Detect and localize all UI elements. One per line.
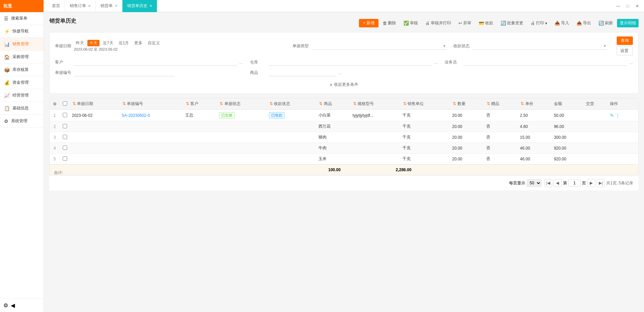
sidebar-item-inventory[interactable]: 📦 库存核算	[0, 63, 44, 76]
sidebar-item-sales[interactable]: 📊 销售管理	[0, 38, 44, 51]
collect-button[interactable]: 💳 收款	[475, 19, 497, 27]
row-docno[interactable]	[120, 143, 183, 154]
display-detail-button[interactable]: 显示明细	[617, 19, 639, 27]
row-checkbox[interactable]	[60, 143, 70, 154]
sort-goods-icon[interactable]: ⇅	[319, 101, 323, 106]
toolbar: + 新增 🗑 删除 ✅ 审核 🖨 审核并打印 ↩ 弃审	[359, 19, 639, 27]
tab-sales-slip[interactable]: 销货单 ✕	[96, 0, 122, 12]
tab-sales-order-close[interactable]: ✕	[88, 4, 91, 8]
review-button[interactable]: ✅ 审核	[400, 19, 421, 27]
sort-collectstatus-icon[interactable]: ⇅	[270, 101, 273, 106]
tab-sales-slip-close[interactable]: ✕	[115, 4, 117, 8]
date-chip-7days[interactable]: 近7天	[101, 40, 115, 46]
print-button[interactable]: 🖨 打印 ▾	[527, 19, 551, 27]
page-first-btn[interactable]: |◀	[544, 179, 552, 187]
page-next-btn[interactable]: ▶	[587, 179, 595, 187]
export-icon: 📤	[577, 21, 582, 26]
page-last-btn[interactable]: ▶|	[597, 179, 605, 187]
sort-customer-icon[interactable]: ⇅	[186, 101, 189, 106]
sidebar-item-ops[interactable]: 📈 经营管理	[0, 89, 44, 102]
tab-minimize-btn[interactable]: —	[615, 3, 622, 9]
filter-warehouse-input[interactable]	[269, 59, 432, 66]
sidebar-item-search[interactable]: ☰ 搜索菜单	[0, 12, 44, 25]
row-docno[interactable]: SA-20230602-0	[120, 110, 183, 121]
row-edit-btn[interactable]: ✎	[610, 113, 614, 118]
batch-change-icon: 🔄	[501, 21, 506, 26]
tab-home[interactable]: 首页	[47, 0, 65, 12]
sidebar-item-label: 库存核算	[12, 67, 29, 73]
new-button[interactable]: + 新增	[359, 19, 379, 27]
row-docno[interactable]	[120, 121, 183, 132]
collapse-sidebar-icon[interactable]: ◀	[11, 302, 15, 309]
row-checkbox[interactable]	[60, 110, 70, 121]
page-number-input[interactable]	[568, 180, 581, 186]
filter-salesperson-item: 业务员 …	[445, 59, 633, 66]
sort-gift-icon[interactable]: ⇅	[487, 101, 490, 106]
table-wrap: ⚙ ⇅ 单据日期 ⇅ 单据编号	[49, 98, 639, 175]
doc-type-chevron-icon[interactable]: ▾	[443, 44, 445, 48]
filter-goods-input[interactable]	[269, 69, 336, 76]
collect-status-chevron-icon[interactable]: ▾	[604, 44, 606, 48]
doc-status-badge: 已生效	[219, 112, 235, 119]
tab-close-btn[interactable]: ✕	[634, 3, 641, 9]
abandon-button[interactable]: ↩ 弃审	[455, 19, 475, 27]
filter-doc-type-select[interactable]: ▾	[311, 43, 446, 50]
date-chip-more[interactable]: 更多	[132, 40, 144, 46]
filter-customer-input[interactable]	[74, 59, 237, 66]
row-checkbox[interactable]	[60, 121, 70, 132]
tab-sales-order[interactable]: 销售订单 ✕	[65, 0, 96, 12]
delete-button[interactable]: 🗑 删除	[379, 19, 399, 27]
date-chip-today[interactable]: 今天	[87, 40, 100, 46]
sort-spec-icon[interactable]: ⇅	[353, 101, 357, 106]
select-all-checkbox[interactable]	[63, 101, 67, 106]
batch-change-button[interactable]: 🔄 批量变更	[497, 19, 527, 27]
query-button[interactable]: 查询	[617, 36, 633, 45]
tab-maximize-btn[interactable]: □	[624, 3, 631, 9]
filter-collect-status-select[interactable]: ▾	[472, 43, 607, 50]
filter-warehouse-dots[interactable]: …	[434, 60, 438, 65]
sort-qty-icon[interactable]: ⇅	[453, 101, 456, 106]
filter-salesperson-input[interactable]	[464, 59, 627, 66]
summary-qty: 100.00	[328, 167, 352, 172]
sidebar-item-system[interactable]: ⚙ 系统管理	[0, 115, 44, 128]
filter-goods-dots[interactable]: …	[338, 71, 342, 75]
sort-unit-icon[interactable]: ⇅	[403, 101, 407, 106]
import-button[interactable]: 📥 导入	[551, 19, 572, 27]
sidebar-item-basic-info[interactable]: 📋 基础信息	[0, 102, 44, 115]
tab-sales-history-close[interactable]: ✕	[149, 4, 152, 8]
per-page-select[interactable]: 50	[527, 179, 541, 187]
date-chip-custom[interactable]: 自定义	[146, 40, 162, 46]
print-chevron-icon: ▾	[545, 21, 547, 26]
tab-sales-history[interactable]: 销货单历史 ✕	[122, 0, 157, 12]
settings-col-icon[interactable]: ⚙	[53, 102, 57, 106]
row-checkbox[interactable]	[60, 132, 70, 143]
sort-docstatus-icon[interactable]: ⇅	[220, 101, 223, 106]
collapse-btn[interactable]: ∧ 收起更多条件	[55, 80, 633, 89]
sort-docno-icon[interactable]: ⇅	[122, 101, 126, 106]
filter-docno-input[interactable]	[74, 69, 175, 76]
row-more-btn[interactable]: ⋮	[615, 113, 620, 118]
filter-collect-status-input[interactable]	[474, 44, 604, 48]
refresh-button[interactable]: 🔃 刷新	[595, 19, 616, 27]
row-checkbox[interactable]	[60, 154, 70, 164]
export-button[interactable]: 📤 导出	[573, 19, 594, 27]
filter-salesperson-dots[interactable]: …	[629, 60, 633, 65]
sidebar-item-finance[interactable]: 💰 资金管理	[0, 76, 44, 89]
row-docno[interactable]	[120, 132, 183, 143]
sidebar-item-quick-nav[interactable]: ⚡ 快捷导航	[0, 25, 44, 38]
row-date	[70, 132, 120, 143]
sidebar-bottom: ⚙ ◀	[0, 298, 44, 312]
settings-bottom-icon[interactable]: ⚙	[3, 302, 8, 309]
row-docno[interactable]	[120, 154, 183, 164]
page-prev-btn[interactable]: ◀	[554, 179, 562, 187]
date-chip-1month[interactable]: 近1月	[117, 40, 131, 46]
review-print-button[interactable]: 🖨 审核并打印	[422, 19, 454, 27]
sidebar-item-purchase[interactable]: 🏠 采购管理	[0, 51, 44, 63]
settings-button[interactable]: 设置	[617, 46, 633, 55]
filter-doc-type-input[interactable]	[313, 44, 443, 48]
row-price: 4.80	[518, 121, 552, 132]
filter-customer-dots[interactable]: …	[239, 60, 243, 65]
sort-date-icon[interactable]: ⇅	[73, 101, 76, 106]
date-chip-yesterday[interactable]: 昨天	[74, 40, 86, 46]
sort-price-icon[interactable]: ⇅	[521, 101, 524, 106]
